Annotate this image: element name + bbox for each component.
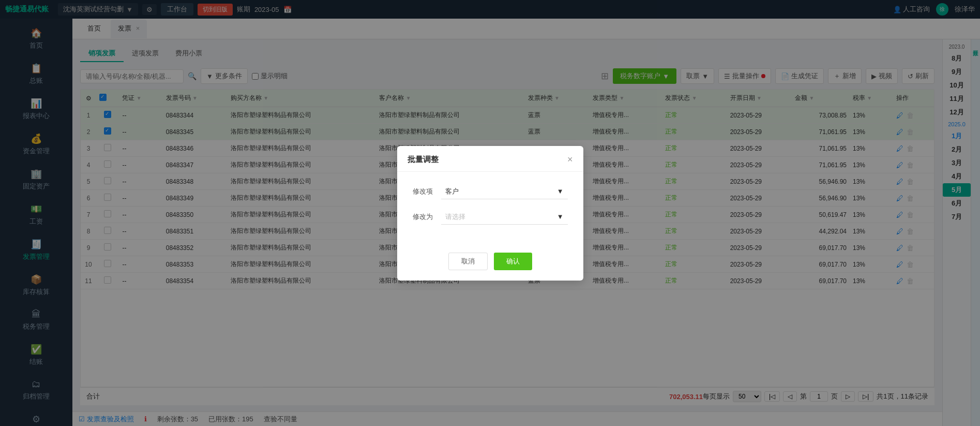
value-label: 修改为	[413, 212, 441, 222]
field-select[interactable]: 客户 ▼	[441, 184, 568, 199]
modal-title: 批量调整	[408, 155, 439, 165]
form-row-field: 修改项 客户 ▼	[413, 184, 568, 199]
modal-header: 批量调整 ×	[397, 146, 583, 172]
value-placeholder: 请选择	[445, 212, 465, 222]
value-select-arrow-icon: ▼	[557, 213, 564, 221]
value-select[interactable]: 请选择 ▼	[441, 210, 568, 225]
modal-footer: 取消 确认	[397, 247, 583, 281]
cancel-button[interactable]: 取消	[448, 253, 488, 270]
batch-adjust-modal: 批量调整 × 修改项 客户 ▼ 修改为 请选择 ▼ 取消 确认	[397, 146, 583, 281]
field-label: 修改项	[413, 187, 441, 196]
field-select-arrow-icon: ▼	[557, 187, 564, 195]
confirm-button[interactable]: 确认	[494, 253, 532, 270]
modal-overlay: 批量调整 × 修改项 客户 ▼ 修改为 请选择 ▼ 取消 确认	[0, 0, 980, 426]
modal-body: 修改项 客户 ▼ 修改为 请选择 ▼	[397, 172, 583, 247]
form-row-value: 修改为 请选择 ▼	[413, 210, 568, 225]
modal-close-btn[interactable]: ×	[567, 154, 573, 165]
